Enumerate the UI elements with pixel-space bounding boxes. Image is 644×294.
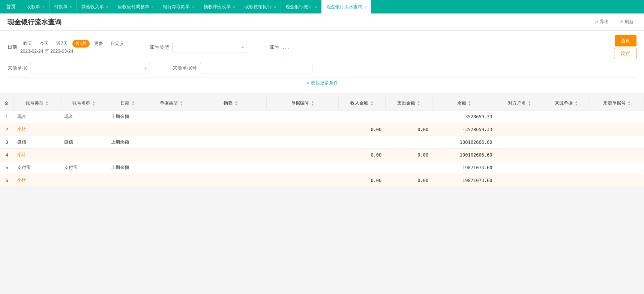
- account-dots-button[interactable]: ...: [282, 44, 290, 51]
- close-advance-offset-icon[interactable]: ×: [233, 5, 235, 9]
- sort-account-name-icon[interactable]: ▲▼: [92, 100, 95, 106]
- date-btn-yesterday[interactable]: 昨天: [20, 40, 35, 48]
- cell-date: 上期余额: [107, 136, 148, 149]
- close-cash-stats-icon[interactable]: ×: [315, 5, 317, 9]
- nav-tab-bank-deposit[interactable]: 银行存取款单 ×: [158, 0, 199, 13]
- nav-tab-ar-ap-adjust[interactable]: 应收应付调整单 ×: [113, 0, 158, 13]
- table-row[interactable]: 6小计0.000.0019871073.60: [0, 174, 644, 187]
- close-cash-flow-icon[interactable]: ×: [365, 5, 367, 9]
- close-bank-deposit-icon[interactable]: ×: [192, 5, 194, 9]
- nav-home[interactable]: 首页: [0, 0, 22, 13]
- th-gear[interactable]: ⚙: [0, 96, 14, 110]
- th-doc-type[interactable]: 单据类型 ▲▼: [148, 96, 195, 110]
- sort-doc-type-icon[interactable]: ▲▼: [180, 100, 183, 106]
- cell-no: 6: [0, 174, 14, 187]
- cell-expense: [385, 136, 432, 149]
- close-payments-icon[interactable]: ×: [70, 5, 72, 9]
- cell-source-doc-no: [590, 149, 644, 161]
- cell-account-name: 现金: [60, 110, 107, 123]
- page-title: 现金银行流水查询: [8, 18, 62, 27]
- nav-tab-advance-offset[interactable]: 预收冲应收单 ×: [199, 0, 240, 13]
- nav-tab-receipt-verify[interactable]: 收款核销执行 ×: [240, 0, 281, 13]
- cell-account-name: 支付宝: [60, 161, 107, 174]
- gear-settings-icon[interactable]: ⚙: [4, 100, 9, 106]
- th-doc-no[interactable]: 单据编号 ▲▼: [267, 96, 339, 110]
- sort-counterpart-icon[interactable]: ▲▼: [528, 100, 531, 106]
- sort-balance-icon[interactable]: ▲▼: [468, 100, 471, 106]
- account-type-label: 账号类型: [150, 44, 169, 51]
- source-doc-no-filter-group: 来源单据号: [173, 63, 312, 73]
- account-type-chevron-icon: ▾: [242, 45, 244, 49]
- sort-summary-icon[interactable]: ▲▼: [235, 100, 238, 106]
- sort-income-icon[interactable]: ▲▼: [371, 100, 374, 106]
- sort-source-doc-no-icon[interactable]: ▲▼: [627, 100, 630, 106]
- cell-doc-type: [148, 136, 195, 149]
- refresh-icon: ↺: [619, 19, 623, 25]
- cell-source-doc: [543, 161, 590, 174]
- sort-account-type-icon[interactable]: ▲▼: [45, 100, 48, 106]
- nav-tab-cash-flow[interactable]: 现金银行流水查询 ×: [321, 0, 371, 13]
- table-row[interactable]: 1现金现金上期余额-3528659.33: [0, 110, 644, 123]
- nav-tab-cash-stats-label: 现金银行统计: [285, 4, 312, 10]
- cell-no: 1: [0, 110, 14, 123]
- th-counterpart[interactable]: 对方户名 ▲▼: [496, 96, 543, 110]
- data-table: ⚙ 账号类型 ▲▼ 账号名称 ▲▼ 日期 ▲▼ 单据类型 ▲▼: [0, 96, 644, 187]
- th-source-doc[interactable]: 来源单据 ▲▼: [543, 96, 590, 110]
- close-receipt-verify-icon[interactable]: ×: [274, 5, 276, 9]
- setting-button[interactable]: 设置: [614, 48, 636, 59]
- table-row[interactable]: 2小计0.000.00-3528659.33: [0, 123, 644, 136]
- th-income[interactable]: 收入金额 ▲▼: [338, 96, 385, 110]
- date-btn-today[interactable]: 今天: [37, 40, 52, 48]
- sort-doc-no-icon[interactable]: ▲▼: [311, 100, 314, 106]
- nav-tab-receipts[interactable]: 收款单 ×: [22, 0, 49, 13]
- th-source-doc-no[interactable]: 来源单据号 ▲▼: [590, 96, 644, 110]
- date-btn-7days[interactable]: 近7天: [53, 40, 71, 48]
- th-expense-label: 支出金额: [397, 100, 415, 106]
- close-receipts-icon[interactable]: ×: [42, 5, 45, 9]
- account-type-select[interactable]: ▾: [172, 42, 247, 52]
- th-date[interactable]: 日期 ▲▼: [107, 96, 148, 110]
- th-expense[interactable]: 支出金额 ▲▼: [385, 96, 432, 110]
- sort-expense-icon[interactable]: ▲▼: [417, 100, 420, 106]
- nav-tab-cash-stats[interactable]: 现金银行统计 ×: [281, 0, 321, 13]
- date-label: 日期: [8, 44, 17, 51]
- cell-doc-type: [148, 161, 195, 174]
- refresh-button[interactable]: ↺ 刷新: [616, 17, 636, 27]
- account-filter-group: 账号 ...: [270, 44, 290, 51]
- close-other-income-icon[interactable]: ×: [106, 5, 108, 9]
- cell-income: 0.00: [338, 123, 385, 136]
- table-row[interactable]: 4小计0.000.00100102606.60: [0, 149, 644, 161]
- close-ar-ap-adjust-icon[interactable]: ×: [152, 5, 154, 9]
- cell-source-doc-no: [590, 123, 644, 136]
- th-doc-no-label: 单据编号: [291, 100, 309, 106]
- th-account-name[interactable]: 账号名称 ▲▼: [60, 96, 107, 110]
- sort-source-doc-icon[interactable]: ▲▼: [575, 100, 578, 106]
- cell-summary: [195, 110, 267, 123]
- filter-area: 日期 昨天 今天 近7天 近1月 更多 自定义 2023-02-24 至 202…: [0, 31, 644, 93]
- date-btn-more[interactable]: 更多: [91, 40, 106, 48]
- cell-income: [338, 161, 385, 174]
- th-summary[interactable]: 摘要 ▲▼: [195, 96, 267, 110]
- source-doc-select[interactable]: ▾: [30, 63, 150, 73]
- source-doc-no-input[interactable]: [200, 63, 312, 73]
- date-btn-1month[interactable]: 近1月: [72, 40, 90, 48]
- sort-date-icon[interactable]: ▲▼: [132, 100, 135, 106]
- table-row[interactable]: 5支付宝支付宝上期余额19871073.60: [0, 161, 644, 174]
- collapse-bar[interactable]: ∧ 收起更多条件: [8, 77, 636, 88]
- nav-tab-other-income[interactable]: 其他收入单 ×: [77, 0, 113, 13]
- query-button[interactable]: 查询: [615, 35, 636, 46]
- export-button[interactable]: ↗ 导出: [591, 17, 612, 27]
- nav-tab-payments[interactable]: 付款单 ×: [49, 0, 77, 13]
- cell-source-doc: [543, 174, 590, 187]
- cell-account-type: 现金: [14, 110, 60, 123]
- page-header: 现金银行流水查询 ↗ 导出 ↺ 刷新: [0, 13, 644, 31]
- cell-doc-no: [267, 149, 339, 161]
- th-balance[interactable]: 余额 ▲▼: [432, 96, 496, 110]
- date-btn-custom[interactable]: 自定义: [108, 40, 127, 48]
- table-row[interactable]: 3微信微信上期余额100102606.60: [0, 136, 644, 149]
- source-doc-chevron-icon: ▾: [145, 66, 147, 70]
- th-account-type[interactable]: 账号类型 ▲▼: [14, 96, 60, 110]
- refresh-label: 刷新: [624, 19, 633, 25]
- nav-tab-receipt-verify-label: 收款核销执行: [245, 4, 272, 10]
- cell-balance: -3528659.33: [432, 110, 496, 123]
